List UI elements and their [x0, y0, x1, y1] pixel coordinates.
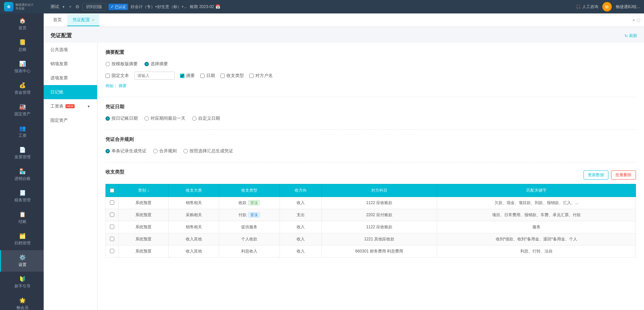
sidebar-item-closing[interactable]: 📋 结账: [0, 207, 44, 229]
closing-icon: 📋: [19, 211, 26, 218]
checkbox-summary[interactable]: 摘要: [180, 73, 195, 79]
settings-icon[interactable]: ⚙: [75, 4, 80, 9]
row-account: 2202 应付账款: [321, 209, 437, 221]
calendar-icon[interactable]: 📅: [215, 4, 220, 9]
radio-period-last[interactable]: 对应期间最后一天: [144, 115, 185, 121]
sales-icon: 🏪: [19, 168, 26, 175]
row-category: 系统预置: [119, 209, 169, 221]
summary-checkbox-row: 固定文本 摘要 日期: [105, 72, 636, 80]
row-category: 系统预置: [119, 197, 169, 209]
th-income-type: 收支类型: [219, 184, 280, 197]
divider-3: [105, 162, 636, 162]
voucher-merge-section: 凭证合并规则 单条记录生成凭证 合并规则: [105, 137, 636, 154]
customer-service-button[interactable]: 🎧 人工咨询: [576, 4, 598, 10]
add-icon[interactable]: ＋: [68, 4, 73, 10]
member-icon: 🌟: [19, 297, 26, 304]
sidebar-item-salary[interactable]: 👥 工资: [0, 121, 44, 143]
top-bar-content: 测试 ▼ ＋ ⚙ 切到旧版 ✓ 已认证 好会计（专）+好生意（标）+... 账期…: [50, 3, 572, 11]
username-label: 畅捷通BJ组...: [616, 4, 640, 10]
archive-icon: 🗂️: [19, 233, 26, 239]
left-nav-payroll[interactable]: 工资表 NEW ▼: [44, 99, 97, 113]
tab-bar-right: × □: [632, 17, 640, 23]
radio-custom-date[interactable]: 自定义日期: [192, 115, 220, 121]
radio-summary-generate[interactable]: 按照选择汇总生成凭证: [183, 148, 233, 154]
batch-delete-button[interactable]: 批量删除: [611, 170, 636, 180]
radio-journal-date[interactable]: 按日记账日期: [105, 115, 138, 121]
voucher-merge-title: 凭证合并规则: [105, 137, 636, 143]
sidebar-item-home[interactable]: 🏠 首页: [0, 13, 44, 35]
row-keywords: 收到*借款、收到*备用金、退回*备用金、个人: [437, 233, 636, 245]
sidebar-item-ledger[interactable]: 📒 总账: [0, 35, 44, 56]
summary-config-title: 摘要配置: [105, 49, 636, 55]
th-category: 类别 ↓: [119, 184, 169, 197]
left-nav-public-options[interactable]: 公共选项: [44, 43, 97, 57]
refresh-button[interactable]: ↻ 刷新: [625, 33, 637, 39]
sidebar-item-guide[interactable]: 🔰 新手引导: [0, 272, 44, 293]
left-nav-journal[interactable]: 日记账: [44, 85, 97, 99]
logo-icon: 会: [4, 2, 13, 11]
th-select-all[interactable]: [106, 184, 119, 197]
row-account: 1122 应收账款: [321, 221, 437, 233]
tab-home[interactable]: 首页: [48, 14, 67, 26]
row-checkbox[interactable]: [106, 245, 119, 258]
row-checkbox[interactable]: [106, 209, 119, 221]
radio-select-summary[interactable]: 选择摘要: [144, 61, 168, 67]
top-tag: 置顶: [248, 212, 260, 218]
row-category: 系统预置: [119, 245, 169, 258]
row-major-type: 销售相关: [169, 197, 219, 209]
row-keywords: 利息、行转、法自: [437, 245, 636, 258]
dropdown-arrow-icon[interactable]: ▼: [62, 5, 65, 9]
left-nav-fixed-assets[interactable]: 固定资产: [44, 113, 97, 127]
fixed-text-input[interactable]: [134, 72, 175, 80]
left-nav: 公共选项 销项发票 进项发票 日记账 工资表 NEW ▼: [44, 43, 97, 310]
radio-merge-rule[interactable]: 合并规则: [153, 148, 177, 154]
row-income-type: 个人收款: [219, 233, 280, 245]
income-expense-table: 类别 ↓ 收支大类 收支类型 收方向 对方科目 匹配关键字: [105, 184, 636, 258]
content-area: 首页 凭证配置 × × □ 凭证配置 ↻ 刷新: [44, 13, 644, 310]
checkbox-date[interactable]: 日期: [200, 73, 215, 79]
sidebar-item-settings[interactable]: ⚙️ 设置: [0, 250, 44, 272]
checkbox-income-type[interactable]: 收支类型: [220, 73, 244, 79]
left-nav-sales-invoice[interactable]: 销项发票: [44, 57, 97, 71]
voucher-date-radio-group: 按日记账日期 对应期间最后一天 自定义日期: [105, 115, 636, 121]
sidebar-item-invoice-mgmt[interactable]: 📄 发票管理: [0, 143, 44, 164]
sidebar-item-fixed-assets[interactable]: 🏭 固定资产: [0, 100, 44, 121]
radio-single-voucher[interactable]: 单条记录生成凭证: [105, 148, 146, 154]
row-checkbox[interactable]: [106, 221, 119, 233]
sidebar-item-sales[interactable]: 🏪 进销台账: [0, 164, 44, 186]
table-row: 系统预置 收入其他 个人收款 收入 1221 其他应收款 收到*借款、收到*备用…: [106, 233, 636, 245]
row-direction: 收入: [280, 197, 321, 209]
row-income-type: 付款 置顶: [219, 209, 280, 221]
top-tag: 置顶: [248, 200, 260, 205]
sidebar-item-archive[interactable]: 🗂️ 归档管理: [0, 229, 44, 250]
good-accounting-label: 好会计（专）+好生意（标）+...: [131, 4, 187, 10]
tab-close-button[interactable]: ×: [92, 18, 94, 22]
radio-template-summary[interactable]: 按模板版摘要: [105, 61, 138, 67]
left-nav-purchase-invoice[interactable]: 进项发票: [44, 71, 97, 85]
update-data-button[interactable]: 更新数据: [584, 170, 608, 180]
income-expense-title: 收支类型: [105, 169, 124, 175]
row-checkbox[interactable]: [106, 197, 119, 209]
checkbox-fixed-text[interactable]: 固定文本: [105, 73, 129, 79]
main-layout: 🏠 首页 📒 总账 📊 报表中心 💰 资金管理 🏭 固定资产 👥 工资 📄 发票…: [0, 13, 644, 310]
row-checkbox[interactable]: [106, 233, 119, 245]
tab-expand-button[interactable]: □: [637, 17, 640, 23]
tab-voucher-config[interactable]: 凭证配置 ×: [67, 14, 99, 26]
summary-config-section: 摘要配置 按模板版摘要 选择摘要: [105, 49, 636, 89]
sidebar-item-tax[interactable]: 🧾 税务管理: [0, 186, 44, 207]
income-expense-section: 收支类型 更新数据 批量删除: [105, 169, 636, 258]
checkbox-counterparty[interactable]: 对方户名: [249, 73, 273, 79]
sidebar-item-member[interactable]: 🌟 畅会员: [0, 293, 44, 310]
tax-icon: 🧾: [19, 190, 26, 196]
fixed-assets-icon: 🏭: [19, 104, 26, 110]
right-content: 摘要配置 按模板版摘要 选择摘要: [97, 43, 644, 310]
tab-close-window-button[interactable]: ×: [632, 17, 635, 23]
sidebar-item-reports[interactable]: 📊 报表中心: [0, 56, 44, 78]
home-icon: 🏠: [19, 17, 26, 24]
row-income-type: 收款 置顶: [219, 197, 280, 209]
example-text: 例如： 摘要: [105, 83, 636, 89]
switch-version-button[interactable]: 切到旧版: [82, 3, 106, 11]
sidebar-item-funds[interactable]: 💰 资金管理: [0, 78, 44, 100]
expand-arrow-icon[interactable]: ▼: [87, 105, 90, 108]
row-major-type: 收入其他: [169, 233, 219, 245]
